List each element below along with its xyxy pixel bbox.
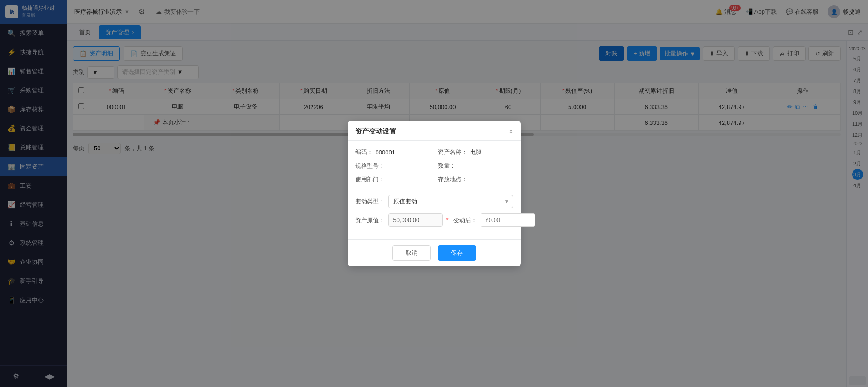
modal-name-label: 资产名称： xyxy=(438,148,467,156)
modal-field-quantity: 数量： xyxy=(438,162,513,170)
modal-location-label: 存放地点： xyxy=(438,175,467,184)
modal-row-3: 使用部门： 存放地点： xyxy=(355,175,513,184)
modal-field-dept: 使用部门： xyxy=(355,175,431,184)
modal-code-value: 000001 xyxy=(376,149,395,156)
required-star: * xyxy=(446,217,449,223)
modal-after-value-input[interactable] xyxy=(481,213,535,227)
modal-footer: 取消 保存 xyxy=(348,239,521,266)
modal-change-type-select[interactable]: 原值变动 使用部门变动 存放地点变动 xyxy=(388,195,513,208)
modal-value-row: 资产原值： * 变动后： xyxy=(355,213,513,227)
modal-row-1: 编码： 000001 资产名称： 电脑 xyxy=(355,148,513,156)
modal-spec-label: 规格型号： xyxy=(355,162,385,170)
modal-code-label: 编码： xyxy=(355,148,373,156)
modal-dept-label: 使用部门： xyxy=(355,175,385,184)
modal-header: 资产变动设置 × xyxy=(348,121,521,141)
modal-change-type-row: 变动类型： 原值变动 使用部门变动 存放地点变动 ▼ xyxy=(355,195,513,208)
modal-field-name: 资产名称： 电脑 xyxy=(438,148,513,156)
modal-after-label: 变动后： xyxy=(453,216,477,224)
modal-quantity-label: 数量： xyxy=(438,162,456,170)
modal-close-icon[interactable]: × xyxy=(509,128,513,136)
modal-change-type-wrap: 原值变动 使用部门变动 存放地点变动 ▼ xyxy=(388,195,513,208)
modal-field-code: 编码： 000001 xyxy=(355,148,431,156)
modal-overlay: 资产变动设置 × 编码： 000001 资产名称： 电脑 规格型号： xyxy=(0,0,868,387)
modal-name-value: 电脑 xyxy=(470,148,482,156)
modal-body: 编码： 000001 资产名称： 电脑 规格型号： 数量： xyxy=(348,141,521,239)
cancel-button[interactable]: 取消 xyxy=(392,245,431,261)
asset-change-modal: 资产变动设置 × 编码： 000001 资产名称： 电脑 规格型号： xyxy=(348,121,521,266)
modal-original-value-input xyxy=(388,213,443,227)
modal-change-type-label: 变动类型： xyxy=(355,198,385,206)
modal-original-value-label: 资产原值： xyxy=(355,216,385,224)
modal-field-location: 存放地点： xyxy=(438,175,513,184)
save-button[interactable]: 保存 xyxy=(438,245,476,261)
modal-divider xyxy=(355,189,513,189)
modal-row-2: 规格型号： 数量： xyxy=(355,162,513,170)
modal-field-spec: 规格型号： xyxy=(355,162,431,170)
modal-title: 资产变动设置 xyxy=(355,127,396,136)
